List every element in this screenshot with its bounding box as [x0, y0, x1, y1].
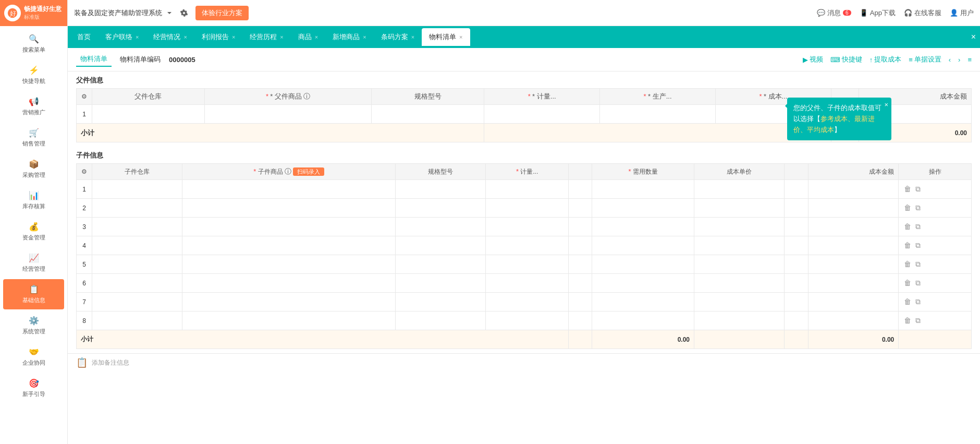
tab-customer-close[interactable]: × — [136, 34, 139, 40]
video-btn[interactable]: ▶ 视频 — [803, 55, 823, 64]
sidebar-item-quicknav[interactable]: ⚡ 快捷导航 — [3, 60, 64, 90]
copy-icon[interactable]: ⧉ — [915, 297, 921, 306]
child-unit-cell[interactable] — [486, 199, 569, 218]
child-unit-cost-cell[interactable] — [694, 236, 785, 255]
child-qty-cell[interactable] — [592, 218, 694, 236]
sidebar-item-collab[interactable]: 🤝 企业协同 — [3, 342, 64, 372]
child-qty-cell[interactable] — [592, 180, 694, 199]
child-unit-cell[interactable] — [486, 293, 569, 311]
child-spec-cell[interactable] — [395, 218, 485, 236]
sidebar-item-operations[interactable]: 📈 经营管理 — [3, 248, 64, 278]
child-spec-cell[interactable] — [395, 255, 485, 274]
note-text[interactable]: 添加备注信息 — [92, 358, 129, 367]
child-unit-cell[interactable] — [486, 218, 569, 236]
child-spec-cell[interactable] — [395, 274, 485, 293]
sidebar-item-finance[interactable]: 💰 资金管理 — [3, 217, 64, 247]
child-unit-cost-cell[interactable] — [694, 293, 785, 311]
child-warehouse-cell[interactable] — [92, 255, 182, 274]
child-unit-cell[interactable] — [486, 274, 569, 293]
child-unit-cell[interactable] — [486, 255, 569, 274]
parent-th-settings[interactable]: ⚙ — [77, 89, 92, 105]
delete-icon[interactable]: 🗑 — [904, 279, 911, 287]
parent-production-cell[interactable] — [600, 105, 716, 124]
child-unit-cost-cell[interactable] — [694, 199, 785, 218]
doc-settings-btn[interactable]: ≡ 单据设置 — [909, 55, 941, 64]
delete-icon[interactable]: 🗑 — [904, 203, 911, 212]
scan-button[interactable]: 扫码录入 — [293, 167, 324, 176]
copy-icon[interactable]: ⧉ — [915, 222, 921, 231]
child-goods-cell[interactable] — [182, 218, 395, 236]
child-goods-cell[interactable] — [182, 199, 395, 218]
child-spec-cell[interactable] — [395, 311, 485, 330]
tab-bom[interactable]: 物料清单 × — [422, 28, 470, 46]
list-view-btn[interactable]: ≡ — [967, 56, 972, 64]
shortcut-btn[interactable]: ⌨ 快捷键 — [830, 55, 862, 64]
tab-customer[interactable]: 客户联络 × — [98, 28, 146, 46]
child-qty-cell[interactable] — [592, 311, 694, 330]
tab-new-goods-close[interactable]: × — [363, 34, 366, 40]
parent-spec-cell[interactable] — [372, 105, 484, 124]
sidebar-item-guide[interactable]: 🎯 新手引导 — [3, 373, 64, 403]
delete-icon[interactable]: 🗑 — [904, 185, 911, 193]
tab-operations[interactable]: 经营情况 × — [146, 28, 194, 46]
sidebar-item-search[interactable]: 🔍 搜索菜单 — [3, 29, 64, 59]
tab-history-close[interactable]: × — [280, 34, 283, 40]
child-goods-cell[interactable] — [182, 255, 395, 274]
child-qty-cell[interactable] — [592, 293, 694, 311]
copy-icon[interactable]: ⧉ — [915, 260, 921, 268]
sidebar-item-purchase[interactable]: 📦 采购管理 — [3, 154, 64, 184]
parent-warehouse-cell[interactable] — [92, 105, 205, 124]
sidebar-item-system[interactable]: ⚙️ 系统管理 — [3, 310, 64, 341]
system-dropdown[interactable] — [166, 10, 173, 16]
tab-goods-close[interactable]: × — [315, 34, 318, 40]
user-button[interactable]: 👤 用户 — [950, 8, 974, 18]
child-goods-cell[interactable] — [182, 236, 395, 255]
child-warehouse-cell[interactable] — [92, 199, 182, 218]
tab-profit-close[interactable]: × — [232, 34, 235, 40]
copy-icon[interactable]: ⧉ — [915, 316, 921, 325]
child-th-settings[interactable]: ⚙ — [77, 164, 92, 180]
extract-cost-btn[interactable]: ↑ 提取成本 — [869, 55, 902, 64]
child-goods-cell[interactable] — [182, 180, 395, 199]
tab-history[interactable]: 经营历程 × — [242, 28, 290, 46]
child-warehouse-cell[interactable] — [92, 293, 182, 311]
child-unit-cost-cell[interactable] — [694, 180, 785, 199]
child-spec-cell[interactable] — [395, 180, 485, 199]
sub-header-tab[interactable]: 物料清单 — [76, 52, 112, 67]
tab-barcode-close[interactable]: × — [411, 34, 414, 40]
parent-goods-cell[interactable] — [204, 105, 371, 124]
sidebar-item-basic-info[interactable]: 📋 基础信息 — [3, 279, 64, 309]
child-warehouse-cell[interactable] — [92, 236, 182, 255]
copy-icon[interactable]: ⧉ — [915, 203, 921, 212]
child-unit-cell[interactable] — [486, 236, 569, 255]
child-spec-cell[interactable] — [395, 236, 485, 255]
child-spec-cell[interactable] — [395, 199, 485, 218]
tooltip-close-btn[interactable]: × — [884, 100, 888, 111]
child-goods-cell[interactable] — [182, 293, 395, 311]
trial-button[interactable]: 体验行业方案 — [195, 6, 249, 20]
child-qty-cell[interactable] — [592, 255, 694, 274]
child-unit-cost-cell[interactable] — [694, 311, 785, 330]
child-warehouse-cell[interactable] — [92, 180, 182, 199]
tab-operations-close[interactable]: × — [183, 34, 187, 40]
child-warehouse-cell[interactable] — [92, 218, 182, 236]
child-unit-cost-cell[interactable] — [694, 255, 785, 274]
delete-icon[interactable]: 🗑 — [904, 260, 911, 268]
child-warehouse-cell[interactable] — [92, 274, 182, 293]
app-download-button[interactable]: 📱 App下载 — [860, 8, 896, 18]
prev-btn[interactable]: ‹ — [949, 56, 951, 64]
child-qty-cell[interactable] — [592, 274, 694, 293]
copy-icon[interactable]: ⧉ — [915, 185, 921, 193]
copy-icon[interactable]: ⧉ — [915, 241, 921, 249]
tab-barcode[interactable]: 条码方案 × — [374, 28, 422, 46]
gear-button[interactable] — [177, 6, 191, 20]
child-unit-cost-cell[interactable] — [694, 218, 785, 236]
tab-goods[interactable]: 商品 × — [291, 28, 325, 46]
sidebar-item-sales[interactable]: 🛒 销售管理 — [3, 123, 64, 153]
sidebar-item-marketing[interactable]: 📢 营销推广 — [3, 91, 64, 122]
child-unit-cell[interactable] — [486, 180, 569, 199]
next-btn[interactable]: › — [958, 56, 960, 64]
child-goods-cell[interactable] — [182, 311, 395, 330]
delete-icon[interactable]: 🗑 — [904, 222, 911, 231]
child-qty-cell[interactable] — [592, 199, 694, 218]
